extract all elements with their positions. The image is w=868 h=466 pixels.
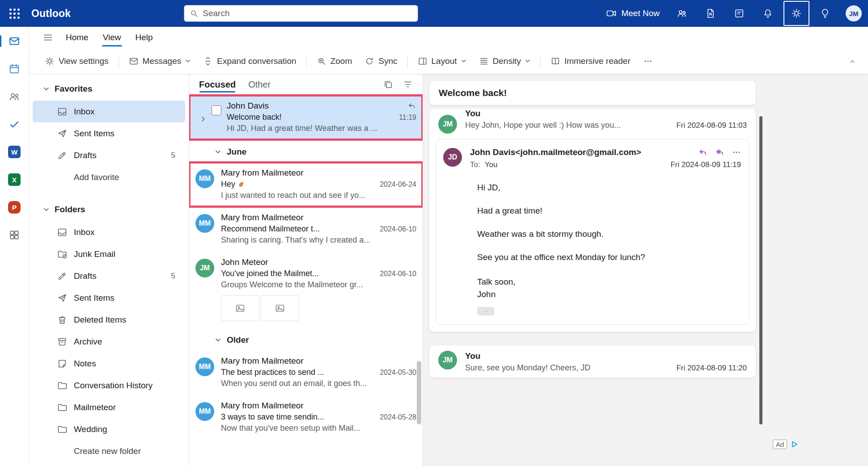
tab-help[interactable]: Help — [128, 27, 160, 48]
email-summary: Mary from Mailmeteor 3 ways to save time… — [221, 401, 416, 433]
folders-header[interactable]: Folders — [29, 198, 189, 221]
layout-button[interactable]: Layout — [412, 52, 472, 70]
filter-button[interactable] — [400, 77, 415, 92]
calendar-icon — [8, 63, 20, 75]
add-favorite-button[interactable]: Add favorite — [33, 166, 185, 188]
folder-inbox[interactable]: Inbox — [33, 221, 185, 243]
message-list-scrollbar[interactable] — [417, 361, 421, 424]
folder-wedding[interactable]: Wedding — [33, 418, 185, 440]
send-icon — [57, 128, 68, 139]
group-label: Older — [227, 335, 249, 345]
reading-pane-scrollbar[interactable] — [759, 116, 762, 424]
rail-mail-button[interactable] — [0, 29, 29, 54]
message-sender: You — [465, 351, 747, 361]
email-preview: I just wanted to reach out and see if yo… — [221, 191, 365, 200]
messages-mail-icon — [129, 56, 139, 66]
view-settings-button[interactable]: View settings — [39, 52, 114, 70]
message-list-header: Focused Other — [189, 74, 423, 95]
folder-junk-email[interactable]: Junk Email — [33, 243, 185, 265]
group-header-older[interactable]: Older — [189, 328, 423, 350]
toolbar-overflow-button[interactable] — [637, 52, 659, 70]
body-line: Talk soon, — [477, 276, 738, 288]
avatar: MM — [195, 169, 214, 188]
reply-button[interactable] — [698, 147, 708, 157]
to-recipient[interactable]: You — [485, 160, 498, 169]
group-header-june[interactable]: June — [189, 140, 423, 162]
folder-drafts[interactable]: Drafts 5 — [33, 265, 185, 287]
email-row-recommend[interactable]: MM Mary from Mailmeteor Recommend Mailme… — [189, 207, 423, 252]
rail-more-apps-button[interactable] — [0, 223, 29, 248]
sync-button[interactable]: Sync — [359, 52, 403, 70]
email-row-save-time[interactable]: MM Mary from Mailmeteor 3 ways to save t… — [189, 395, 423, 440]
ad-label[interactable]: Ad — [773, 440, 787, 449]
meet-now-button[interactable]: Meet Now — [598, 0, 668, 27]
account-avatar[interactable]: JM — [839, 0, 868, 27]
office-document-button[interactable] — [696, 0, 725, 27]
search-input[interactable] — [203, 8, 412, 18]
email-row-best-practices[interactable]: MM Mary from Mailmeteor The best practic… — [189, 350, 423, 395]
favorite-sent-items[interactable]: Sent Items — [33, 122, 185, 144]
select-messages-button[interactable] — [381, 77, 396, 92]
email-row-hey[interactable]: MM Mary from Mailmeteor Hey 2024-06-24 I… — [189, 162, 423, 207]
avatar: JD — [443, 148, 462, 167]
email-preview: Now that you've been setup with Mail... — [221, 424, 360, 433]
tips-button[interactable] — [811, 0, 839, 27]
folder-archive[interactable]: Archive — [33, 331, 185, 353]
attachment-thumbnail[interactable] — [221, 295, 259, 321]
favorite-drafts[interactable]: Drafts 5 — [33, 144, 185, 166]
notes-feed-button[interactable] — [725, 0, 754, 27]
create-new-folder-button[interactable]: Create new folder — [33, 440, 185, 462]
app-launcher-icon[interactable] — [0, 0, 29, 27]
notifications-button[interactable] — [754, 0, 782, 27]
message-preview: Sure, see you Monday! Cheers, JD — [465, 363, 672, 373]
hamburger-menu-button[interactable] — [37, 27, 59, 48]
rail-powerpoint-button[interactable]: P — [0, 195, 29, 220]
teams-button[interactable] — [668, 0, 696, 27]
zoom-button[interactable]: Zoom — [311, 52, 358, 70]
expand-conversation-button[interactable]: Expand conversation — [197, 52, 302, 70]
collapsed-message-bottom[interactable]: JM You Sure, see you Monday! Cheers, JD … — [429, 345, 756, 378]
show-trimmed-content-button[interactable] — [477, 307, 494, 315]
tab-other[interactable]: Other — [248, 74, 271, 95]
ribbon-tabs: Home View Help — [29, 27, 868, 48]
favorite-inbox[interactable]: Inbox — [33, 101, 185, 122]
folder-sent-items[interactable]: Sent Items — [33, 287, 185, 309]
folder-mailmeteor[interactable]: Mailmeteor — [33, 396, 185, 418]
replied-status-icon — [407, 101, 416, 110]
ad-rail: Ad — [763, 74, 868, 466]
reply-all-button[interactable] — [715, 147, 725, 157]
density-button[interactable]: Density — [473, 52, 536, 70]
folder-deleted-items[interactable]: Deleted Items — [33, 309, 185, 331]
folder-notes[interactable]: Notes — [33, 353, 185, 374]
tab-view[interactable]: View — [96, 27, 128, 48]
conversation-expand-button[interactable] — [200, 105, 206, 133]
send-icon — [57, 293, 68, 303]
email-row-joined[interactable]: JM John Meteor You've joined the Mailmet… — [189, 252, 423, 328]
email-row-john-davis[interactable]: John Davis Welcome back! 11:19 Hi JD, Ha… — [189, 95, 423, 140]
rail-excel-button[interactable]: X — [0, 167, 29, 192]
immersive-reader-button[interactable]: Immersive reader — [545, 52, 636, 70]
collapsed-message-top[interactable]: JM You Hey John, Hope your well :) How w… — [429, 109, 756, 138]
settings-button[interactable] — [783, 1, 809, 26]
filter-icon — [403, 80, 413, 89]
tab-focused[interactable]: Focused — [199, 74, 236, 95]
rail-people-button[interactable] — [0, 84, 29, 109]
more-apps-icon — [8, 229, 20, 241]
ribbon-collapse-button[interactable] — [846, 59, 859, 64]
tab-home[interactable]: Home — [59, 27, 96, 48]
email-subject: 3 ways to save time sendin... — [221, 412, 376, 422]
rail-word-button[interactable]: W — [0, 139, 29, 164]
folder-label: Sent Items — [74, 129, 114, 139]
search-box[interactable] — [184, 5, 418, 22]
adchoices-icon[interactable] — [791, 441, 799, 448]
rail-todo-button[interactable] — [0, 112, 29, 137]
rail-calendar-button[interactable] — [0, 56, 29, 81]
message-summary: You Sure, see you Monday! Cheers, JD Fri… — [465, 349, 747, 373]
folder-conversation-history[interactable]: Conversation History — [33, 374, 185, 396]
favorites-header[interactable]: Favorites — [29, 77, 189, 101]
attachment-thumbnail[interactable] — [261, 295, 299, 321]
message-more-button[interactable] — [732, 148, 741, 157]
layout-icon — [418, 56, 428, 66]
messages-button[interactable]: Messages — [123, 52, 197, 70]
email-checkbox[interactable] — [212, 105, 221, 115]
